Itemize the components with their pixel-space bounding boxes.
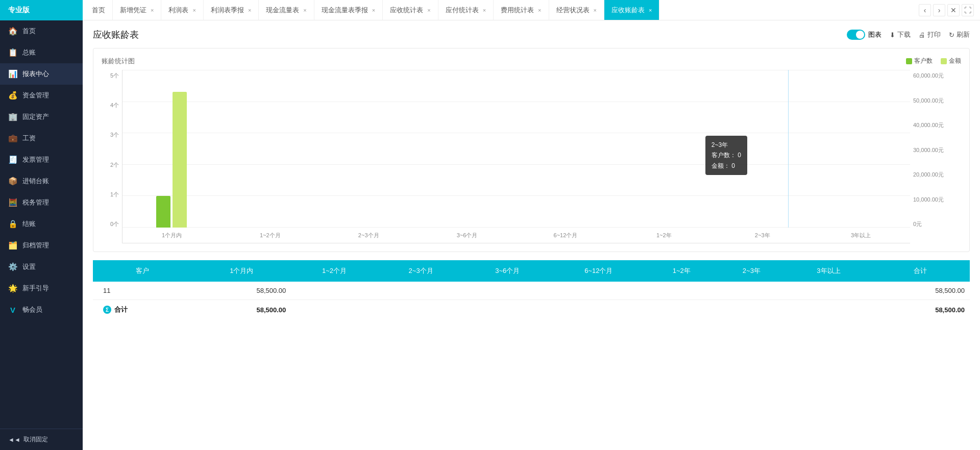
chart-title: 账龄统计图 <box>102 57 961 66</box>
tab-next-button[interactable]: › <box>933 4 945 16</box>
bar-group-m6-12 <box>517 70 615 228</box>
tab-expense-stats[interactable]: 费用统计表 × <box>494 0 549 20</box>
y-right-50000: 50,000.00元 <box>913 97 944 105</box>
tab-profit-quarterly-close[interactable]: × <box>248 7 251 13</box>
tab-ar-aging-close[interactable]: × <box>649 7 652 13</box>
chart-inner: 2~3年 客户数： 0 金额： 0 1个月内 1~2个月 <box>122 70 910 243</box>
unpin-icon: ◄◄ <box>8 436 20 443</box>
bar-group-y3plus <box>812 70 910 228</box>
cell-y1-2 <box>647 282 717 300</box>
refresh-button[interactable]: ↻ 刷新 <box>949 30 970 39</box>
chart-container: 5个 4个 3个 2个 1个 0个 <box>102 70 961 243</box>
tab-profit-close[interactable]: × <box>192 7 195 13</box>
tab-prev-button[interactable]: ‹ <box>919 4 931 16</box>
tab-ap-stats-label: 应付统计表 <box>446 6 479 15</box>
toggle-track[interactable] <box>847 30 865 40</box>
tab-ar-aging[interactable]: 应收账龄表 × <box>604 0 659 20</box>
tab-home[interactable]: 首页 <box>85 0 113 20</box>
tab-close-all-button[interactable]: ✕ <box>947 4 960 16</box>
sidebar-item-label: 固定资产 <box>22 112 49 121</box>
sidebar-item-guide[interactable]: 🌟 新手引导 <box>0 278 83 299</box>
app-logo: 专业版 <box>0 0 83 20</box>
download-button[interactable]: ⬇ 下载 <box>890 30 911 39</box>
y-right-30000: 30,000.00元 <box>913 146 944 154</box>
sidebar-item-inventory[interactable]: 📦 进销台账 <box>0 170 83 192</box>
sidebar-item-assets[interactable]: 🏢 固定资产 <box>0 106 83 128</box>
cell-y3plus <box>787 282 871 300</box>
sidebar-item-tax[interactable]: 🧮 税务管理 <box>0 192 83 213</box>
sidebar-item-ledger[interactable]: 📋 总账 <box>0 42 83 63</box>
chart-area: 账龄统计图 客户数 金额 5个 4个 3个 2个 1个 <box>93 48 970 252</box>
total-label-text: 合计 <box>114 305 128 314</box>
legend-amount-label: 金额 <box>949 57 961 65</box>
tab-voucher-close[interactable]: × <box>151 7 154 13</box>
sidebar-item-label: 进销台账 <box>22 177 49 186</box>
cell-m3-6 <box>464 282 551 300</box>
sidebar-item-payroll[interactable]: 💼 工资 <box>0 128 83 149</box>
bar-group-y2-3 <box>713 70 812 228</box>
footer-total-value: 58,500.00 <box>935 306 965 314</box>
tab-cashflow[interactable]: 现金流量表 × <box>259 0 314 20</box>
tab-business[interactable]: 经营状况表 × <box>549 0 604 20</box>
cell-m1-2 <box>291 282 378 300</box>
sidebar-item-home[interactable]: 🏠 首页 <box>0 20 83 42</box>
sidebar-item-settings[interactable]: ⚙️ 设置 <box>0 256 83 278</box>
x-label-y1-2: 1~2年 <box>615 228 713 243</box>
cell-customer: 11 <box>93 282 192 300</box>
print-button[interactable]: 🖨 打印 <box>919 30 941 39</box>
page-content: 应收账龄表 图表 ⬇ 下载 🖨 打印 ↻ 刷新 <box>83 20 980 450</box>
tab-cashflow-close[interactable]: × <box>303 7 306 13</box>
funds-icon: 💰 <box>8 91 17 100</box>
chart-toggle[interactable]: 图表 <box>847 30 881 40</box>
y-right-60000: 60,000.00元 <box>913 72 944 80</box>
x-label-m1-2: 1~2个月 <box>221 228 320 243</box>
tab-ar-stats-close[interactable]: × <box>427 7 430 13</box>
col-y2-3: 2~3年 <box>717 260 787 282</box>
total-icon: Σ <box>103 306 111 314</box>
closing-icon: 🔒 <box>8 219 17 229</box>
unpin-button[interactable]: ◄◄ 取消固定 <box>0 429 83 450</box>
tab-ar-stats[interactable]: 应收统计表 × <box>383 0 438 20</box>
tab-ar-stats-label: 应收统计表 <box>390 6 423 15</box>
footer-label: Σ 合计 <box>93 300 192 320</box>
tab-profit[interactable]: 利润表 × <box>161 0 203 20</box>
tab-cashflow-quarterly-close[interactable]: × <box>372 7 375 13</box>
footer-m2-3 <box>378 300 464 320</box>
x-label-m3-6: 3~6个月 <box>418 228 517 243</box>
tab-ap-stats[interactable]: 应付统计表 × <box>438 0 494 20</box>
y-left-5: 5个 <box>110 72 119 80</box>
payroll-icon: 💼 <box>8 134 17 143</box>
tab-home-label: 首页 <box>92 6 105 15</box>
unpin-label: 取消固定 <box>23 435 48 444</box>
col-total: 合计 <box>871 260 970 282</box>
tab-expand-button[interactable]: ⛶ <box>962 4 974 16</box>
bar-m1-amount <box>173 92 187 228</box>
tab-business-close[interactable]: × <box>594 7 597 13</box>
tab-voucher[interactable]: 新增凭证 × <box>113 0 161 20</box>
table-footer-row: Σ 合计 58,500.00 58,500.00 <box>93 300 970 320</box>
sidebar-item-invoices[interactable]: 🧾 发票管理 <box>0 149 83 170</box>
sidebar-item-archive[interactable]: 🗂️ 归档管理 <box>0 235 83 256</box>
sidebar-item-member[interactable]: V 畅会员 <box>0 299 83 320</box>
tab-ap-stats-close[interactable]: × <box>483 7 486 13</box>
y-axis-right: 60,000.00元 50,000.00元 40,000.00元 30,000.… <box>910 70 961 243</box>
main-area: 首页 新增凭证 × 利润表 × 利润表季报 × 现金流量表 × 现金流量表季报 … <box>83 0 980 450</box>
bar-group-y1-2 <box>615 70 713 228</box>
tab-profit-quarterly[interactable]: 利润表季报 × <box>204 0 259 20</box>
sidebar-item-funds[interactable]: 💰 资金管理 <box>0 85 83 106</box>
invoices-icon: 🧾 <box>8 155 17 164</box>
settings-icon: ⚙️ <box>8 262 17 271</box>
footer-y1-2 <box>647 300 717 320</box>
tab-cashflow-quarterly[interactable]: 现金流量表季报 × <box>314 0 383 20</box>
footer-m1-value: 58,500.00 <box>256 306 286 314</box>
x-label-y2-3: 2~3年 <box>713 228 812 243</box>
tab-expense-stats-close[interactable]: × <box>538 7 541 13</box>
sidebar-item-reports[interactable]: 📊 报表中心 <box>0 63 83 85</box>
sidebar-item-label: 税务管理 <box>22 198 49 207</box>
cell-y2-3 <box>717 282 787 300</box>
y-right-10000: 10,000.00元 <box>913 196 944 204</box>
sidebar-item-closing[interactable]: 🔒 结账 <box>0 213 83 235</box>
x-label-m1: 1个月内 <box>122 228 221 243</box>
member-icon: V <box>8 306 17 314</box>
legend-amount: 金额 <box>941 57 961 65</box>
